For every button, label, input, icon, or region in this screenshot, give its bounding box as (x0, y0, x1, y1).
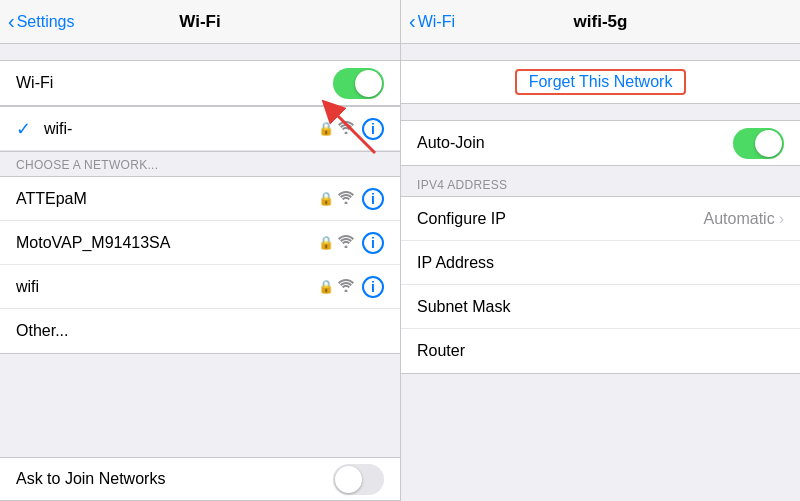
network-icons-2: 🔒 i (318, 276, 384, 298)
auto-join-row: Auto-Join (401, 121, 800, 165)
auto-join-toggle[interactable] (733, 128, 784, 159)
wifi-toggle-row: Wi-Fi (0, 61, 400, 105)
ask-join-label: Ask to Join Networks (16, 470, 333, 488)
lock-icon-2: 🔒 (318, 279, 334, 294)
chevron-right-icon: › (779, 210, 784, 228)
connected-network-row[interactable]: ✓ wifi- 🔒 i (0, 107, 400, 151)
right-back-label: Wi-Fi (418, 13, 455, 31)
choose-network-section: CHOOSE A NETWORK... ATTEpaM 🔒 i (0, 152, 400, 354)
forget-network-label: Forget This Network (515, 69, 687, 95)
lock-icon: 🔒 (318, 121, 334, 136)
signal-icon-2 (338, 278, 354, 295)
svg-point-0 (345, 132, 348, 135)
left-panel: ‹ Settings Wi-Fi Wi-Fi ✓ wifi- 🔒 (0, 0, 400, 501)
svg-point-4 (345, 290, 348, 293)
network-info-0[interactable]: i (362, 188, 384, 210)
wifi-toggle-label: Wi-Fi (16, 74, 333, 92)
auto-join-label: Auto-Join (417, 134, 733, 152)
router-label: Router (417, 342, 784, 360)
svg-point-2 (345, 202, 348, 205)
ipv4-section: IPV4 ADDRESS Configure IP Automatic › IP… (401, 166, 800, 374)
wifi-signal-icon (338, 120, 354, 137)
router-row[interactable]: Router (401, 329, 800, 373)
ipv4-header: IPV4 ADDRESS (401, 166, 800, 196)
network-row-other[interactable]: Other... (0, 309, 400, 353)
wifi-back-button[interactable]: ‹ Wi-Fi (409, 12, 455, 31)
network-name-other: Other... (16, 322, 384, 340)
left-nav-title: Wi-Fi (179, 12, 220, 32)
network-icons-1: 🔒 i (318, 232, 384, 254)
toggle-knob (355, 70, 382, 97)
auto-join-knob (755, 130, 782, 157)
left-nav-bar: ‹ Settings Wi-Fi (0, 0, 400, 44)
connected-network-name: wifi- (44, 120, 318, 138)
network-row-0[interactable]: ATTEpaM 🔒 i (0, 177, 400, 221)
right-nav-bar: ‹ Wi-Fi wifi-5g (401, 0, 800, 44)
network-icons-0: 🔒 i (318, 188, 384, 210)
settings-back-button[interactable]: ‹ Settings (8, 12, 74, 31)
ask-join-row: Ask to Join Networks (0, 457, 400, 501)
network-row-2[interactable]: wifi 🔒 i (0, 265, 400, 309)
ask-join-toggle[interactable] (333, 464, 384, 495)
choose-network-header: CHOOSE A NETWORK... (0, 152, 400, 176)
signal-icon-1 (338, 234, 354, 251)
network-info-1[interactable]: i (362, 232, 384, 254)
signal-icon-0 (338, 190, 354, 207)
network-name-2: wifi (16, 278, 318, 296)
right-back-chevron-icon: ‹ (409, 11, 416, 31)
configure-ip-label: Configure IP (417, 210, 704, 228)
network-info-button[interactable]: i (362, 118, 384, 140)
checkmark-icon: ✓ (16, 118, 36, 140)
auto-join-section: Auto-Join (401, 120, 800, 166)
ask-join-toggle-knob (335, 466, 362, 493)
network-name-1: MotoVAP_M91413SA (16, 234, 318, 252)
wifi-toggle[interactable] (333, 68, 384, 99)
back-chevron-icon: ‹ (8, 11, 15, 31)
ip-address-label: IP Address (417, 254, 784, 272)
lock-icon-0: 🔒 (318, 191, 334, 206)
right-nav-title: wifi-5g (574, 12, 628, 32)
forget-section: Forget This Network (401, 60, 800, 104)
svg-point-3 (345, 246, 348, 249)
configure-ip-value: Automatic (704, 210, 775, 228)
network-name-0: ATTEpaM (16, 190, 318, 208)
wifi-status-icons: 🔒 i (318, 118, 384, 140)
ip-address-row[interactable]: IP Address (401, 241, 800, 285)
subnet-mask-label: Subnet Mask (417, 298, 784, 316)
back-label: Settings (17, 13, 75, 31)
forget-network-button[interactable]: Forget This Network (401, 60, 800, 104)
network-info-2[interactable]: i (362, 276, 384, 298)
subnet-mask-row[interactable]: Subnet Mask (401, 285, 800, 329)
right-panel: ‹ Wi-Fi wifi-5g Forget This Network Auto… (400, 0, 800, 501)
network-row-1[interactable]: MotoVAP_M91413SA 🔒 i (0, 221, 400, 265)
lock-icon-1: 🔒 (318, 235, 334, 250)
configure-ip-row[interactable]: Configure IP Automatic › (401, 197, 800, 241)
